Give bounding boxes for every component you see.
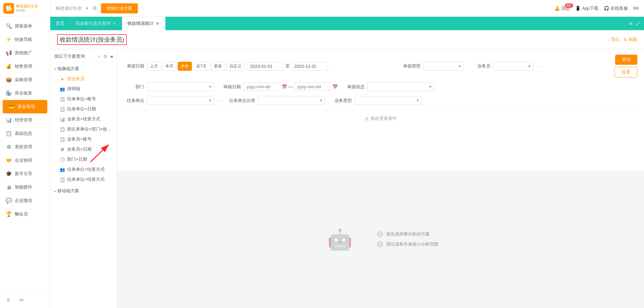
sidebar-item-purchase[interactable]: 📦 采购管理 — [0, 73, 50, 87]
filter-item-dept: 部门 — [124, 82, 214, 91]
search-icon: 🔍 — [5, 23, 12, 30]
counterpart-more-icon[interactable]: ··· — [217, 98, 222, 103]
scheme-item-counterpart-date[interactable]: 📋 往来单位+日期 — [50, 104, 117, 114]
scheme-group-mobile-title[interactable]: ▸ 移动端方案 — [50, 186, 117, 196]
filter-item-date: 单据日期 上月 本月 本年 近7天 更多 自定义 至 — [124, 62, 328, 71]
scheme-item-salesperson-settlement[interactable]: 📊 业务员+结算方式 — [50, 114, 117, 124]
date-end-input[interactable] — [291, 62, 328, 70]
scheme-item-dept-date[interactable]: 🕐 部门+日期 — [50, 154, 117, 164]
sidebar-item-wechat[interactable]: 💬 企业微信 — [0, 194, 50, 207]
tab-bank[interactable]: 现金银行流水查询 ✕ — [70, 17, 122, 30]
main-area: 畅捷通好生意 ▾ ⚙ 体验行业方案 🔔 消息 99+ 📱 App下载 🎧 在线客… — [50, 0, 644, 308]
scheme-item-detail[interactable]: 👥 按明细 — [50, 84, 117, 94]
calendar-start-icon[interactable]: 📅 — [282, 84, 287, 89]
tab-collection[interactable]: 收款情况统计 ✕ — [122, 17, 165, 30]
sidebar-collapse-btn[interactable]: ⏮ — [16, 295, 26, 305]
date-btn-this-year[interactable]: 本年 — [178, 62, 192, 71]
notification-btn[interactable]: 🔔 消息 99+ — [554, 5, 570, 11]
date-buttons: 上月 本月 本年 近7天 更多 自定义 — [147, 62, 245, 71]
scheme-add-icon[interactable]: + — [98, 54, 101, 59]
topbar-gear-icon[interactable]: ⚙ — [92, 5, 97, 11]
collapse-btn[interactable]: ⋀ 收起更多条件 — [124, 113, 637, 124]
salesperson-more-icon[interactable]: ··· — [536, 64, 542, 69]
filter-row-2: 部门 审核日期 📅 — — [124, 82, 637, 91]
notification-badge: 99+ — [565, 3, 573, 8]
doctype-select[interactable] — [423, 62, 464, 71]
topbar-dropdown-icon[interactable]: ▾ — [86, 6, 88, 11]
scheme-group-desktop-title[interactable]: ▾ 电脑端方案 — [50, 64, 117, 74]
scheme-item-counterpart-settle1[interactable]: 👥 往来单位+结算方式 — [50, 164, 117, 174]
scheme-item-icon-ca: 📋 — [60, 96, 65, 102]
filter-item-biz-type: 业务类型 — [332, 96, 422, 105]
sidebar-settings-btn[interactable]: ⚙ — [3, 295, 13, 305]
doc-status-select[interactable] — [367, 82, 434, 91]
export-btn[interactable]: ↑ 导出 — [607, 37, 620, 43]
date-btn-this-month[interactable]: 本月 — [162, 62, 176, 71]
tab-home[interactable]: 首页 — [50, 17, 70, 30]
salesperson-select[interactable] — [493, 62, 533, 71]
sidebar-item-member[interactable]: 🏆 畅会员 — [0, 207, 50, 221]
tab-collection-close[interactable]: ✕ — [156, 21, 160, 26]
sidebar-item-system[interactable]: ⚙ 系统管理 — [0, 140, 50, 154]
filter-item-counterpart-category: 往来单位分类 — [229, 96, 325, 105]
scheme-item-counterpart-settle2[interactable]: 📋 往来单位+结算方式 — [50, 174, 117, 185]
operation-icon: 📊 — [5, 117, 12, 123]
biz-type-select-wrapper — [355, 96, 422, 105]
empty-illustration: 🤖 — [323, 222, 357, 256]
sidebar-item-hardware[interactable]: 🖥 智能硬件 — [0, 181, 50, 194]
review-date-start[interactable] — [244, 83, 280, 91]
basic-icon: 📋 — [5, 130, 12, 137]
scheme-item-counterpart-account[interactable]: 📋 往来单位+账号 — [50, 94, 117, 104]
sidebar-item-marketing[interactable]: 📢 营销推广 — [0, 46, 50, 60]
calendar-end-icon[interactable]: 📅 — [332, 84, 338, 89]
sidebar-item-operation[interactable]: 📊 经营管理 — [0, 113, 50, 127]
scheme-item-counterpart-dept[interactable]: 📋 按往来单位+部门+收... — [50, 124, 117, 134]
action-buttons: 查询 设置 — [614, 55, 637, 78]
scheme-collapse-icon[interactable]: « — [110, 54, 113, 59]
trial-btn[interactable]: 体验行业方案 — [101, 3, 138, 13]
date-btn-more[interactable]: 更多 — [211, 62, 225, 71]
sidebar-item-basic[interactable]: 📋 基础信息 — [0, 127, 50, 140]
scheme-item-salesperson-account[interactable]: 📋 业务员+账号 — [50, 134, 117, 144]
scheme-settings-icon[interactable]: ⚙ — [103, 54, 108, 59]
date-btn-custom[interactable]: 自定义 — [226, 62, 245, 71]
filter-panel: 单据日期 上月 本月 本年 近7天 更多 自定义 至 — [117, 49, 644, 171]
online-service-btn[interactable]: 🎧 在线客服 — [604, 5, 628, 11]
filter-item-doctype: 单据类型 — [400, 62, 464, 71]
sidebar-item-enterprise[interactable]: 🤝 企业协同 — [0, 154, 50, 167]
counterpart-select[interactable] — [147, 96, 214, 105]
filter-item-doc-status: 单据状态 — [344, 82, 434, 91]
system-icon: ⚙ — [5, 144, 12, 150]
refresh-icon: ↻ — [624, 37, 627, 42]
settings-btn[interactable]: 设置 — [614, 67, 637, 78]
query-btn[interactable]: 查询 — [615, 55, 637, 65]
tab-bank-close[interactable]: ✕ — [112, 21, 116, 26]
sidebar-item-search[interactable]: 🔍 搜索菜单 — [0, 19, 50, 33]
filter-item-review-date: 审核日期 📅 — 📅 — [221, 83, 338, 91]
user-name: Rit — [633, 6, 639, 11]
tabbar-expand-icon[interactable]: ⤢ — [636, 20, 640, 27]
sidebar-item-guide[interactable]: 🎓 新手引导 — [0, 167, 50, 181]
scheme-item-salesperson-date[interactable]: ⚙ 业务员+日期 — [50, 144, 117, 154]
page-title: 收款情况统计(按业务员) — [57, 34, 127, 45]
review-date-end[interactable] — [294, 83, 331, 91]
scheme-item-icon-cdept: 📋 — [60, 126, 65, 132]
sidebar-item-sales[interactable]: 💰 销售管理 — [0, 60, 50, 73]
biz-type-select[interactable] — [355, 96, 422, 105]
sidebar-item-shortcut[interactable]: ⚡ 快捷导航 — [0, 33, 50, 46]
date-start-input[interactable] — [247, 62, 284, 70]
date-btn-last7[interactable]: 近7天 — [193, 62, 210, 71]
dept-select[interactable] — [147, 82, 214, 91]
app-download-btn[interactable]: 📱 App下载 — [575, 5, 598, 11]
doctype-label: 单据类型 — [400, 63, 421, 69]
sidebar-item-inventory[interactable]: 🏪 库存核算 — [0, 87, 50, 100]
enterprise-icon: 🤝 — [5, 157, 12, 164]
scheme-item-salesperson[interactable]: ● 按业务员 — [50, 74, 117, 84]
counterpart-category-select[interactable] — [258, 96, 325, 105]
filter-item-counterpart: 往来单位 ··· — [124, 96, 222, 105]
date-btn-last-month[interactable]: 上月 — [147, 62, 161, 71]
scheme-item-icon-cd: 📋 — [60, 106, 65, 112]
refresh-btn[interactable]: ↻ 刷新 — [624, 37, 637, 43]
sidebar-item-finance[interactable]: 💳 资金管理 — [3, 100, 47, 113]
tabbar-close-icon[interactable]: ✕ — [629, 20, 633, 27]
